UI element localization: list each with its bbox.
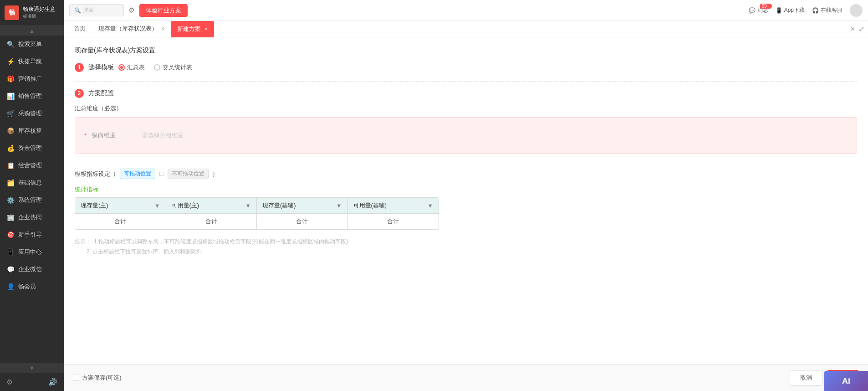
message-button[interactable]: 💬 消息 99+	[749, 6, 768, 14]
dropdown-icon-2[interactable]: ▼	[336, 202, 342, 209]
logo-text: 畅康通好生意 标准版	[23, 6, 56, 20]
top-header: 🔍 搜索 ⚙ 体验行业方案 💬 消息 99+ 📱 App下载 🎧 在线客服	[64, 0, 868, 21]
tips-section: 提示： 1.拖动标题栏可以调整布局，不可跨维度或指标区域拖动栏目字段(只能在同一…	[75, 237, 857, 257]
tab-inventory-status[interactable]: 现存量（库存状况表） ×	[92, 21, 171, 37]
wechat-icon: 💬	[6, 265, 15, 273]
sidebar-item-member[interactable]: 👤 畅会员	[0, 278, 64, 295]
tab-new-scheme[interactable]: 新建方案 ×	[171, 21, 214, 37]
speaker-icon[interactable]: 🔊	[48, 378, 57, 386]
inventory-icon: 📦	[6, 127, 15, 135]
tab-home[interactable]: 首页	[67, 21, 92, 37]
tip-2: 2. 点击标题栏下拉可设置排序、插入列和删除列	[75, 247, 857, 257]
stats-th-1: 可用量(主) ▼	[166, 198, 257, 213]
sidebar-item-system[interactable]: ⚙️ 系统管理	[0, 191, 64, 209]
dimension-label: 汇总维度（必选）	[75, 104, 857, 113]
sidebar-item-inventory[interactable]: 📦 库存核算	[0, 122, 64, 139]
step1-title: 选择模板	[88, 63, 114, 72]
sidebar-item-basic-info[interactable]: 🗂️ 基础信息	[0, 174, 64, 191]
stats-th-3: 可用量(基辅) ▼	[348, 198, 439, 213]
step2-section: 2 方案配置 汇总维度（必选） * 纵向维度 —— 请选择分组维度 模板指标设定…	[75, 89, 857, 257]
enterprise-icon: 🏢	[6, 213, 15, 221]
stats-section-title: 统计指标	[75, 185, 857, 194]
sidebar-item-marketing[interactable]: 🎁 营销推广	[0, 70, 64, 87]
divider-1	[75, 81, 857, 82]
sidebar-item-enterprise[interactable]: 🏢 企业协同	[0, 209, 64, 226]
app-icon: 📱	[776, 7, 782, 14]
newbie-icon: 🎯	[6, 231, 15, 239]
step2-header: 2 方案配置	[75, 89, 857, 98]
sidebar: 畅 畅康通好生意 标准版 ▲ 🔍 搜索菜单 ⚡ 快捷导航 🎁 营销推广 📊 销售…	[0, 0, 64, 391]
message-badge: 99+	[760, 4, 772, 9]
quick-nav-icon: ⚡	[6, 57, 15, 66]
sidebar-bottom: ⚙ 🔊	[0, 373, 64, 391]
dimension-box: * 纵向维度 —— 请选择分组维度	[75, 117, 857, 154]
stats-th-2: 现存量(基辅) ▼	[257, 198, 348, 213]
business-icon: 📋	[6, 161, 15, 170]
gear-icon[interactable]: ⚙	[128, 6, 135, 15]
dropdown-icon-3[interactable]: ▼	[427, 202, 433, 209]
dropdown-icon-0[interactable]: ▼	[154, 202, 160, 209]
page-title: 现存量(库存状况表)方案设置	[75, 46, 857, 55]
marketing-icon: 🎁	[6, 75, 15, 83]
dimension-placeholder: * 纵向维度 —— 请选择分组维度	[84, 131, 184, 139]
sidebar-item-business[interactable]: 📋 经营管理	[0, 157, 64, 174]
stats-td-0-2: 合计	[257, 214, 348, 229]
tip-1: 提示： 1.拖动标题栏可以调整布局，不可跨维度或指标区域拖动栏目字段(只能在同一…	[75, 237, 857, 247]
sidebar-item-quick-nav[interactable]: ⚡ 快捷导航	[0, 53, 64, 70]
sidebar-item-sales[interactable]: 📊 销售管理	[0, 87, 64, 105]
radio-cross-indicator	[154, 64, 160, 71]
purchase-icon: 🛒	[6, 109, 15, 118]
stats-table: 现存量(主) ▼ 可用量(主) ▼ 现存量(基辅) ▼ 可用量(基辅) ▼	[75, 197, 439, 230]
sidebar-item-search-menu[interactable]: 🔍 搜索菜单	[0, 36, 64, 53]
template-settings-label: 模板指标设定（ 可拖动位置 ☐ 不可拖动位置 ）	[75, 169, 857, 179]
system-icon: ⚙️	[6, 196, 15, 204]
ai-button[interactable]: Ai	[824, 371, 868, 391]
stats-table-header: 现存量(主) ▼ 可用量(主) ▼ 现存量(基辅) ▼ 可用量(基辅) ▼	[75, 198, 439, 213]
online-support-button[interactable]: 🎧 在线客服	[812, 6, 842, 14]
sidebar-item-newbie[interactable]: 🎯 新手引导	[0, 226, 64, 243]
tabs-bar: 首页 现存量（库存状况表） × 新建方案 × × ⤢	[64, 21, 868, 37]
search-menu-icon: 🔍	[6, 40, 15, 48]
tab-new-scheme-close-icon[interactable]: ×	[204, 26, 208, 32]
message-icon: 💬	[749, 7, 756, 14]
sidebar-item-app-center[interactable]: 📱 应用中心	[0, 243, 64, 261]
user-avatar[interactable]	[850, 4, 863, 17]
trial-button[interactable]: 体验行业方案	[139, 4, 188, 17]
sidebar-logo: 畅 畅康通好生意 标准版	[0, 0, 64, 26]
settings-icon[interactable]: ⚙	[6, 378, 13, 386]
app-download-button[interactable]: 📱 App下载	[776, 6, 805, 14]
dropdown-icon-1[interactable]: ▼	[245, 202, 251, 209]
cancel-button[interactable]: 取消	[790, 370, 822, 386]
template-radio-group: 汇总表 交叉统计表	[118, 63, 192, 72]
radio-summary[interactable]: 汇总表	[118, 63, 145, 72]
main-area: 🔍 搜索 ⚙ 体验行业方案 💬 消息 99+ 📱 App下载 🎧 在线客服 首页	[64, 0, 868, 391]
radio-summary-indicator	[118, 64, 125, 71]
tab-expand-icon[interactable]: ⤢	[858, 25, 864, 33]
radio-cross[interactable]: 交叉统计表	[154, 63, 192, 72]
sidebar-scroll-up[interactable]: ▲	[0, 26, 64, 36]
member-icon: 👤	[6, 283, 15, 291]
step1-header: 1 选择模板 汇总表 交叉统计表	[75, 63, 857, 72]
step2-number: 2	[75, 89, 84, 98]
save-checkbox[interactable]: 方案保存(可选)	[73, 374, 122, 382]
sidebar-item-wechat[interactable]: 💬 企业微信	[0, 261, 64, 278]
tab-close-all-icon[interactable]: ×	[851, 25, 855, 33]
sales-icon: 📊	[6, 92, 15, 100]
finance-icon: 💰	[6, 144, 15, 152]
support-icon: 🎧	[812, 7, 819, 14]
draggable-badge: 可拖动位置	[120, 169, 155, 179]
tab-inventory-close-icon[interactable]: ×	[161, 26, 164, 32]
stats-th-0: 现存量(主) ▼	[75, 198, 166, 213]
sidebar-scroll-down[interactable]: ▼	[0, 363, 64, 373]
sidebar-item-purchase[interactable]: 🛒 采购管理	[0, 105, 64, 122]
stats-table-body: 合计 合计 合计 合计	[75, 213, 439, 229]
header-search[interactable]: 🔍 搜索	[69, 4, 124, 16]
step1-number: 1	[75, 63, 84, 72]
divider-2	[75, 161, 857, 161]
bottom-bar: 方案保存(可选) 取消 查询	[64, 364, 868, 391]
sidebar-item-finance[interactable]: 💰 资金管理	[0, 139, 64, 157]
save-checkbox-box[interactable]	[73, 375, 79, 381]
app-center-icon: 📱	[6, 248, 15, 256]
template-settings: 模板指标设定（ 可拖动位置 ☐ 不可拖动位置 ）	[75, 169, 857, 179]
tabs-right: × ⤢	[851, 25, 864, 33]
